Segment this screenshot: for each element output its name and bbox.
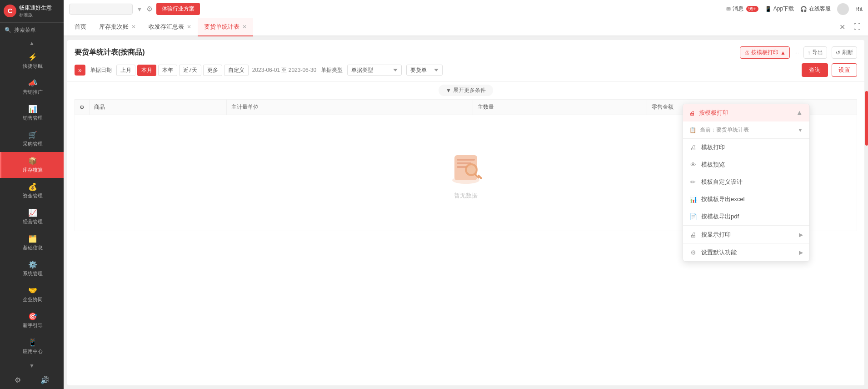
print-template-dropdown: 🖨 按模板打印 ▲ 📋 当前：要货单统计表 ▼ 🖨 模板打印 👁 <box>683 104 810 262</box>
sidebar-item-marketing[interactable]: 📣 营销推广 <box>0 74 64 100</box>
print-icon: 🖨 <box>744 50 749 56</box>
template-print-icon: 🖨 <box>689 144 697 151</box>
sidebar-scroll-up[interactable]: ▲ <box>0 38 64 48</box>
dropdown-current-item[interactable]: 📋 当前：要货单统计表 ▼ <box>683 121 809 138</box>
tabs-close-all-btn[interactable]: ✕ <box>837 22 848 32</box>
quick-nav-icon: ⚡ <box>28 53 37 61</box>
date-btn-custom[interactable]: 自定义 <box>224 65 249 76</box>
sidebar-scroll-down[interactable]: ▼ <box>0 361 64 371</box>
dropdown-item-template-custom[interactable]: ✏ 模板自定义设计 <box>683 173 809 191</box>
query-btn[interactable]: 查询 <box>802 63 828 77</box>
export-pdf-icon: 📄 <box>689 213 697 220</box>
empty-text: 暂无数据 <box>454 192 478 200</box>
sidebar-item-guide[interactable]: 🎯 新手引导 <box>0 308 64 333</box>
refresh-icon: ↺ <box>836 50 840 56</box>
phone-icon: 📱 <box>765 6 772 12</box>
scrollbar-thumb <box>865 91 868 146</box>
messages-badge: 99+ <box>746 6 758 12</box>
topbar-right: ✉ 消息 99+ 📱 App下载 🎧 在线客服 Rit <box>726 3 863 15</box>
sidebar-item-quick-nav[interactable]: ⚡ 快捷导航 <box>0 48 64 74</box>
table-header-product: 商品 <box>90 100 227 115</box>
svg-rect-2 <box>457 159 475 161</box>
sidebar: C 畅康通好生意 标准版 🔍 搜索菜单 ▲ ⚡ 快捷导航 📣 营销推广 📊 销售… <box>0 0 64 389</box>
app-name: 畅康通好生意 标准版 <box>19 5 52 18</box>
dropdown-item-template-preview[interactable]: 👁 模板预览 <box>683 156 809 173</box>
tab-batch-account-close[interactable]: ✕ <box>131 24 136 30</box>
sidebar-item-sales[interactable]: 📊 销售管理 <box>0 100 64 126</box>
table-header-unit: 主计量单位 <box>226 100 473 115</box>
sidebar-item-inventory[interactable]: 📦 库存核算 <box>0 152 64 178</box>
page-title: 要货单统计表(按商品) <box>75 48 145 57</box>
sidebar-item-basic[interactable]: 🗂️ 基础信息 <box>0 230 64 256</box>
messages-btn[interactable]: ✉ 消息 99+ <box>726 5 758 13</box>
tab-receipts-summary-close[interactable]: ✕ <box>187 24 191 30</box>
date-btn-last-month[interactable]: 上月 <box>116 65 135 76</box>
dropdown-item-export-pdf[interactable]: 📄 按模板导出pdf <box>683 208 809 225</box>
refresh-btn[interactable]: ↺ 刷新 <box>832 46 857 59</box>
operation-icon: 📈 <box>28 208 37 217</box>
headset-icon: 🎧 <box>800 6 807 12</box>
order-tag-select[interactable]: 要货单 <box>406 65 443 76</box>
filter-right-actions: 查询 设置 <box>802 63 857 77</box>
speaker-bottom-icon[interactable]: 🔊 <box>40 376 50 384</box>
tab-batch-account[interactable]: 库存批次账 ✕ <box>93 18 142 36</box>
user-name: Rit <box>855 5 863 12</box>
expand-more-btn[interactable]: ▼ 展开更多条件 <box>439 85 493 96</box>
tab-order-stats-close[interactable]: ✕ <box>242 24 247 30</box>
sidebar-item-apps[interactable]: 📱 应用中心 <box>0 333 64 359</box>
dropdown-item-template-print[interactable]: 🖨 模板打印 <box>683 139 809 156</box>
sidebar-item-operation[interactable]: 📈 经营管理 <box>0 204 64 230</box>
sidebar-item-system[interactable]: ⚙️ 系统管理 <box>0 256 64 282</box>
tab-receipts-summary[interactable]: 收发存汇总表 ✕ <box>142 18 198 36</box>
trial-btn[interactable]: 体验行业方案 <box>156 3 200 15</box>
date-btn-last-7-days[interactable]: 近7天 <box>179 65 201 76</box>
dropdown-print-icon: 🖨 <box>689 110 695 116</box>
finance-icon: 💰 <box>28 182 37 191</box>
tab-order-stats[interactable]: 要货单统计表 ✕ <box>198 18 253 36</box>
dropdown-submenu-display-print[interactable]: 🖨 按显示打印 ▶ <box>683 226 809 243</box>
date-btn-this-month[interactable]: 本月 <box>137 65 156 76</box>
app-download-btn[interactable]: 📱 App下载 <box>765 5 794 13</box>
topbar-dropdown-arrow[interactable]: ▼ <box>136 5 143 13</box>
print-template-btn[interactable]: 🖨 按模板打印 ▲ <box>740 46 790 59</box>
display-print-arrow: ▶ <box>799 232 803 238</box>
sidebar-item-collab[interactable]: 🤝 企业协同 <box>0 282 64 308</box>
set-default-icon: ⚙ <box>689 249 697 256</box>
guide-icon: 🎯 <box>28 312 37 321</box>
tabs-bar: 首页 库存批次账 ✕ 收发存汇总表 ✕ 要货单统计表 ✕ ✕ ⛶ <box>64 18 868 36</box>
tabs-expand-btn[interactable]: ⛶ <box>851 22 863 32</box>
settings-bottom-icon[interactable]: ⚙ <box>15 376 21 384</box>
dropdown-header: 🖨 按模板打印 ▲ <box>683 104 809 121</box>
export-btn[interactable]: ↑ 导出 <box>803 46 827 59</box>
filter-bar: » 单据日期 上月 本月 本年 近7天 更多 自定义 2023-06-01 至 … <box>67 59 864 82</box>
sidebar-item-purchase[interactable]: 🛒 采购管理 <box>0 126 64 152</box>
dropdown-submenu-set-default[interactable]: ⚙ 设置默认功能 ▶ <box>683 243 809 261</box>
user-avatar[interactable] <box>837 3 849 15</box>
sidebar-logo: C 畅康通好生意 标准版 <box>0 0 64 23</box>
online-service-btn[interactable]: 🎧 在线客服 <box>800 5 831 13</box>
basic-icon: 🗂️ <box>28 234 37 243</box>
filter-settings-btn[interactable]: 设置 <box>832 63 857 77</box>
tab-home[interactable]: 首页 <box>68 18 93 36</box>
date-range-display: 2023-06-01 至 2023-06-30 <box>252 66 316 74</box>
topbar-search-input[interactable] <box>69 4 133 15</box>
date-btn-this-year[interactable]: 本年 <box>158 65 177 76</box>
sidebar-item-finance[interactable]: 💰 资金管理 <box>0 178 64 204</box>
content-header: 要货单统计表(按商品) 🖨 按模板打印 ▲ ··· ↑ 导出 ↺ 刷新 <box>67 40 864 59</box>
sidebar-search[interactable]: 🔍 搜索菜单 <box>0 23 64 38</box>
main-area: ▼ ⚙ 体验行业方案 ✉ 消息 99+ 📱 App下载 🎧 在线客服 Rit 首… <box>64 0 868 389</box>
table-header-quantity: 主数量 <box>473 100 647 115</box>
date-filter-buttons: 上月 本月 本年 近7天 更多 自定义 2023-06-01 至 2023-06… <box>116 65 316 76</box>
right-scrollbar[interactable] <box>865 91 868 389</box>
dropdown-item-export-excel[interactable]: 📊 按模板导出excel <box>683 191 809 208</box>
template-preview-icon: 👁 <box>689 161 697 168</box>
table-header-settings[interactable]: ⚙ <box>75 100 90 115</box>
order-type-label: 单据类型 <box>321 66 343 74</box>
app-logo-icon: C <box>4 5 16 17</box>
dropdown-close-btn[interactable]: ▲ <box>796 109 803 117</box>
order-type-select[interactable]: 单据类型 要货单 <box>347 65 402 76</box>
topbar-gear-icon[interactable]: ⚙ <box>146 5 153 13</box>
template-custom-icon: ✏ <box>689 178 697 186</box>
date-btn-more[interactable]: 更多 <box>203 65 222 76</box>
filter-expand-icon[interactable]: » <box>75 65 85 76</box>
